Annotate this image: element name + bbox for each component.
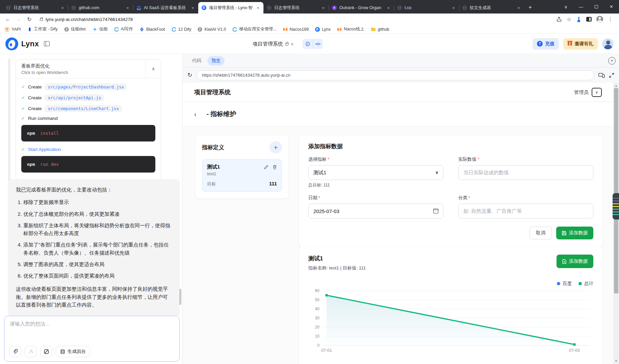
device-toggle-icon[interactable] — [598, 73, 605, 78]
sidebar-toggle-icon[interactable] — [44, 41, 50, 46]
chat-input-box[interactable]: 请输入您的想法... 生成后台 — [4, 316, 180, 362]
bookmark-item[interactable]: KiwiAI V1.0 — [198, 27, 226, 32]
generate-backend-button[interactable]: 生成后台 — [56, 346, 90, 357]
bookmark-item[interactable]: 工作室 - Dify — [27, 26, 58, 32]
tab-close-icon[interactable]: × — [125, 5, 130, 10]
preview-url-field[interactable]: https://shkbln1747661434278.auto.yunji-a… — [196, 70, 594, 80]
bookmark-item[interactable]: YAPI — [5, 27, 21, 32]
attach-button[interactable] — [9, 346, 21, 357]
calendar-icon[interactable] — [433, 209, 438, 213]
role-dropdown[interactable]: ∨ — [592, 88, 602, 97]
recharge-button[interactable]: T 充值 — [533, 38, 559, 50]
close-button[interactable]: × — [604, 0, 619, 14]
tab-search-icon[interactable]: ∨ — [558, 0, 573, 14]
user-avatar[interactable] — [602, 38, 614, 50]
cancel-button[interactable]: 取消 — [530, 227, 552, 239]
bookmark-item[interactable]: 12 Dify — [172, 27, 191, 32]
bookmark-item[interactable]: Lynx — [315, 27, 331, 32]
bookmark-item[interactable]: 佳能 — [93, 26, 108, 32]
page-scrollbar[interactable]: ▲ ▼ — [613, 83, 619, 364]
forward-icon[interactable]: → — [14, 15, 23, 24]
lynx-logo-icon[interactable] — [5, 37, 18, 50]
bookmark-star-icon[interactable]: ☆ — [567, 16, 571, 23]
delete-trash-icon[interactable] — [273, 165, 277, 170]
preview-reload-icon[interactable]: ↻ — [187, 72, 192, 79]
date-input[interactable]: 2025-07-03 — [308, 204, 443, 218]
tab-close-icon[interactable]: × — [451, 5, 456, 10]
share-icon[interactable] — [556, 17, 562, 22]
extension-flask-icon[interactable] — [576, 17, 582, 22]
magic-wand-button[interactable] — [25, 346, 37, 357]
category-input[interactable]: 如: 自然流量、广告推广等 — [458, 204, 593, 218]
chart-add-data-button[interactable]: 添加数据 — [557, 255, 593, 268]
bookmark-item[interactable]: BlackFoot — [139, 27, 165, 32]
bookmark-item[interactable]: 佳能doc — [64, 26, 86, 32]
tab-code[interactable]: 代码 — [188, 56, 205, 66]
chat-mode-icon[interactable] — [303, 39, 313, 49]
browser-tab[interactable]: 软文生成器× — [459, 2, 524, 14]
tab-close-icon[interactable]: × — [516, 5, 521, 10]
actual-value-input[interactable]: 当日实际达成的数值 — [458, 165, 593, 180]
menu-dots-icon[interactable]: ⋮ — [608, 16, 613, 22]
file-path-pill[interactable]: src/components/LineChart.jsx — [45, 105, 122, 112]
extension-handle[interactable] — [613, 193, 619, 219]
address-bar[interactable]: lynx.yunji-ai.cn/chat/shkbln174766143427… — [40, 17, 554, 22]
scrollbar-thumb[interactable] — [614, 88, 618, 293]
step-label: Create — [28, 106, 42, 111]
section-header: ‹ - 指标维护 — [183, 102, 613, 127]
browser-tab[interactable]: AI SaaS 运营看板系统× — [133, 2, 198, 14]
submit-add-data-button[interactable]: 添加数据 — [556, 227, 593, 239]
browser-tab[interactable]: t.co× — [394, 2, 459, 14]
browser-tab[interactable]: 日志管理系统× — [3, 2, 68, 14]
browser-tab[interactable]: github.com× — [68, 2, 133, 14]
browser-tab[interactable]: Outrank - Grow Organ× — [329, 2, 394, 14]
file-path-pill[interactable]: src/api/projectApi.js — [45, 94, 104, 101]
tab-close-icon[interactable]: × — [386, 5, 391, 10]
bookmark-item[interactable]: Ai写作 — [114, 26, 133, 32]
collapse-chevron-icon[interactable]: ∧ — [146, 59, 161, 78]
workbench-card[interactable]: 看板界面优化 Click to open Workbench ∧ ✓Create… — [16, 59, 161, 180]
minimize-button[interactable]: — — [573, 0, 589, 14]
nacos-bookmark-icon — [337, 27, 342, 32]
legend-item[interactable]: 百度 — [557, 281, 572, 287]
tab-preview[interactable]: 预览 — [207, 56, 225, 66]
file-path-pill[interactable]: src/pages/ProjectDashboard.jsx — [45, 83, 127, 90]
bookmark-item[interactable]: Nacos线上 — [337, 26, 364, 32]
command-block-rundev: npm run dev — [21, 156, 155, 173]
metric-def-title: 指标定义 — [202, 144, 224, 151]
browser-tab[interactable]: 日志管理系统× — [263, 2, 329, 14]
start-application-link[interactable]: Start Application — [28, 147, 61, 152]
add-metric-button[interactable]: + — [269, 141, 282, 154]
tab-close-icon[interactable]: × — [190, 5, 196, 10]
back-icon[interactable]: ← — [3, 15, 12, 24]
file-plus-icon — [562, 259, 567, 264]
fullscreen-icon[interactable] — [609, 73, 614, 78]
side-panel-icon[interactable] — [586, 17, 592, 22]
reload-icon[interactable]: ↻ — [25, 15, 34, 24]
new-tab-button[interactable]: + — [525, 3, 535, 12]
disable-edit-button[interactable] — [40, 346, 52, 357]
project-title-group[interactable]: 项目管理系统 ∨ — [253, 34, 293, 54]
code-mode-icon[interactable]: </> — [313, 39, 323, 49]
scroll-down-icon[interactable]: ▼ — [613, 359, 619, 363]
invite-button[interactable]: 邀请有礼 — [563, 38, 598, 50]
browser-tab[interactable]: 项目管理系统 - Lynx-智× — [198, 2, 263, 14]
edit-pencil-icon[interactable] — [264, 165, 268, 170]
restore-button[interactable] — [589, 0, 604, 14]
back-chevron-icon[interactable]: ‹ — [194, 110, 197, 118]
close-preview-icon[interactable]: × — [608, 57, 616, 64]
tab-close-icon[interactable]: × — [60, 5, 65, 10]
legend-item[interactable]: 总计 — [578, 281, 593, 287]
profile-avatar-icon[interactable] — [596, 16, 603, 23]
bookmark-item[interactable]: Nacos189 — [283, 27, 309, 32]
bookmark-item[interactable]: github — [371, 27, 389, 32]
url-text[interactable]: lynx.yunji-ai.cn/chat/shkbln174766143427… — [46, 17, 133, 22]
metric-item[interactable]: 测试1 test1 目标 111 — [202, 159, 282, 192]
actual-value-label: 实际数值* — [458, 156, 593, 162]
tab-close-icon[interactable]: × — [255, 5, 261, 10]
metric-select[interactable]: 测试1 ∨ — [308, 165, 443, 180]
tab-close-icon[interactable]: × — [320, 5, 326, 10]
chat-scrollbar-thumb[interactable] — [179, 289, 181, 305]
bookmark-item[interactable]: 移动应用安全管理... — [232, 26, 276, 32]
scroll-up-icon[interactable]: ▲ — [613, 84, 619, 87]
